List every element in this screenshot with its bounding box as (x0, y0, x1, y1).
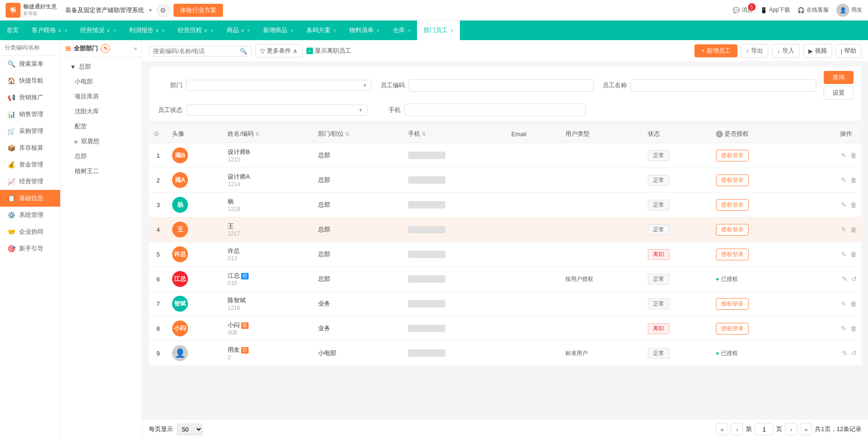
dept-edit-button[interactable]: ✎ (101, 44, 110, 53)
nav-item-operation[interactable]: 经营情况∨× (74, 21, 122, 40)
message-button[interactable]: 💬 消息 5 (733, 6, 753, 14)
export-button[interactable]: ↑ 导出 (741, 44, 769, 58)
edit-icon[interactable]: ✎ (842, 275, 847, 283)
sidebar-item-system[interactable]: ⚙️ 系统管理 (0, 207, 60, 223)
filter-phone-input[interactable] (404, 104, 586, 116)
nav-goods-close[interactable]: × (247, 28, 250, 33)
nav-item-barcode[interactable]: 条码方案× (300, 21, 343, 40)
add-employee-button[interactable]: + 新增员工 (694, 44, 737, 57)
last-page-button[interactable]: » (800, 423, 812, 435)
sidebar-search-input[interactable] (5, 44, 61, 51)
sidebar-item-sales[interactable]: 📊 销售管理 (0, 106, 60, 123)
filter-status-select[interactable]: ▼ (186, 105, 368, 116)
nav-add-goods-close[interactable]: × (290, 28, 293, 33)
view-button[interactable]: ▶ 视频 (803, 44, 832, 58)
edit-icon[interactable]: ✎ (841, 251, 847, 258)
col-name[interactable]: 姓名/编码⇅ (223, 125, 313, 143)
sidebar-item-inventory[interactable]: 📦 库存核算 (0, 139, 60, 156)
nav-item-home[interactable]: 首页 (0, 21, 25, 40)
nav-employee-close[interactable]: × (451, 28, 453, 33)
tree-node-planting[interactable]: 植树王二 (61, 164, 142, 179)
nav-barcode-close[interactable]: × (333, 28, 336, 33)
sidebar-item-purchase[interactable]: 🛒 采购管理 (0, 123, 60, 139)
tree-node-project[interactable]: 项目库房 (61, 89, 142, 104)
tree-node-shuanglu[interactable]: ▶ 双鹿想 (61, 134, 142, 149)
delete-icon[interactable]: ↺ (851, 349, 857, 357)
nav-item-warehouse[interactable]: 仓库× (386, 21, 417, 40)
delete-icon[interactable]: 🗑 (850, 201, 857, 209)
set-button[interactable]: 设置 (824, 86, 854, 100)
filter-dept-select[interactable]: ▼ (186, 80, 372, 91)
col-dept[interactable]: 部门/职位⇅ (313, 125, 404, 143)
nav-item-profit[interactable]: 利润报告∨× (123, 21, 171, 40)
name-sort-icon[interactable]: ⇅ (255, 131, 259, 137)
trial-button[interactable]: 体验行业方案 (174, 4, 223, 17)
delete-icon[interactable]: 🗑 (850, 226, 857, 233)
tree-node-shenyang[interactable]: 沈阳大库 (61, 104, 142, 119)
delete-icon[interactable]: 🗑 (850, 152, 857, 159)
auth-button[interactable]: 授权登录 (716, 150, 749, 161)
sidebar-item-guide[interactable]: 🎯 新手引导 (0, 240, 60, 257)
gear-button[interactable]: ⚙ (157, 4, 170, 17)
filter-code-input[interactable] (409, 79, 594, 92)
edit-icon[interactable]: ✎ (841, 325, 847, 332)
edit-icon[interactable]: ✎ (841, 226, 847, 233)
system-dropdown-icon[interactable]: ▼ (148, 7, 153, 13)
col-settings[interactable]: ⚙ (149, 125, 167, 143)
edit-icon[interactable]: ✎ (841, 300, 847, 307)
auth-button[interactable]: 授权登录 (716, 174, 749, 186)
delete-icon[interactable]: 🗑 (850, 325, 857, 332)
show-resigned-checkbox[interactable]: ✓ (306, 48, 313, 54)
sidebar-item-search[interactable]: 🔍 搜索菜单 (0, 56, 60, 72)
edit-icon[interactable]: ✎ (842, 349, 847, 357)
search-input[interactable] (153, 48, 237, 55)
dept-sort-icon[interactable]: ⇅ (345, 131, 349, 137)
phone-sort-icon[interactable]: ⇅ (422, 131, 426, 137)
edit-icon[interactable]: ✎ (841, 201, 847, 209)
query-button[interactable]: 查询 (824, 71, 854, 84)
sidebar-item-collab[interactable]: 🤝 企业协同 (0, 223, 60, 240)
tree-node-small-elec[interactable]: 小电部 (61, 74, 142, 89)
nav-item-customer[interactable]: 客户联络∨× (25, 21, 74, 40)
filter-name-input[interactable] (631, 79, 816, 92)
nav-item-bom[interactable]: 物料清单× (343, 21, 386, 40)
edit-icon[interactable]: ✎ (841, 152, 847, 159)
auth-button[interactable]: 授权登录 (716, 323, 749, 334)
col-phone[interactable]: 手机⇅ (403, 125, 507, 143)
next-page-button[interactable]: › (785, 423, 797, 435)
import-button[interactable]: ↓ 导入 (772, 44, 799, 58)
user-area[interactable]: 👤 用友 (836, 4, 862, 17)
nav-item-goods[interactable]: 商品∨× (220, 21, 257, 40)
tree-node-distribution[interactable]: 配货 (61, 119, 142, 134)
delete-icon[interactable]: ↺ (851, 275, 857, 283)
auth-button[interactable]: 授权登录 (716, 298, 749, 310)
auth-button[interactable]: 授权登录 (716, 249, 749, 260)
nav-customer-close[interactable]: × (64, 28, 67, 33)
auth-button[interactable]: 授权登录 (716, 199, 749, 211)
dept-collapse-button[interactable]: « (134, 45, 137, 52)
more-conditions-button[interactable]: ▽ 更多条件 ∧ (255, 44, 303, 57)
sidebar-item-basic[interactable]: 📋 基础信息 (0, 190, 60, 207)
page-number-input[interactable] (755, 423, 773, 435)
sidebar-item-marketing[interactable]: 📢 营销推广 (0, 89, 60, 106)
app-download-button[interactable]: 📱 App下载 (760, 6, 790, 14)
sidebar-item-mgmt[interactable]: 📈 经营管理 (0, 173, 60, 190)
nav-history-close[interactable]: × (210, 28, 213, 33)
nav-operation-close[interactable]: × (113, 28, 116, 33)
col-settings-icon[interactable]: ⚙ (153, 130, 160, 138)
nav-item-add-goods[interactable]: 新增商品× (257, 21, 299, 40)
nav-warehouse-close[interactable]: × (408, 28, 410, 33)
sidebar-item-finance[interactable]: 💰 资金管理 (0, 156, 60, 173)
first-page-button[interactable]: « (716, 423, 728, 435)
nav-item-history[interactable]: 经营历程∨× (171, 21, 220, 40)
nav-profit-close[interactable]: × (162, 28, 165, 33)
nav-item-employee[interactable]: 部门员工× (417, 21, 460, 40)
nav-bom-close[interactable]: × (376, 28, 379, 33)
prev-page-button[interactable]: ‹ (731, 423, 743, 435)
page-size-select[interactable]: 50 10 20 100 (177, 424, 203, 435)
delete-icon[interactable]: 🗑 (850, 300, 857, 307)
show-resigned-toggle[interactable]: ✓ 显示离职员工 (306, 47, 351, 55)
sidebar-item-nav[interactable]: 🏠 快捷导航 (0, 72, 60, 89)
online-service-button[interactable]: 🎧 在线客服 (798, 6, 829, 14)
delete-icon[interactable]: 🗑 (850, 176, 857, 184)
